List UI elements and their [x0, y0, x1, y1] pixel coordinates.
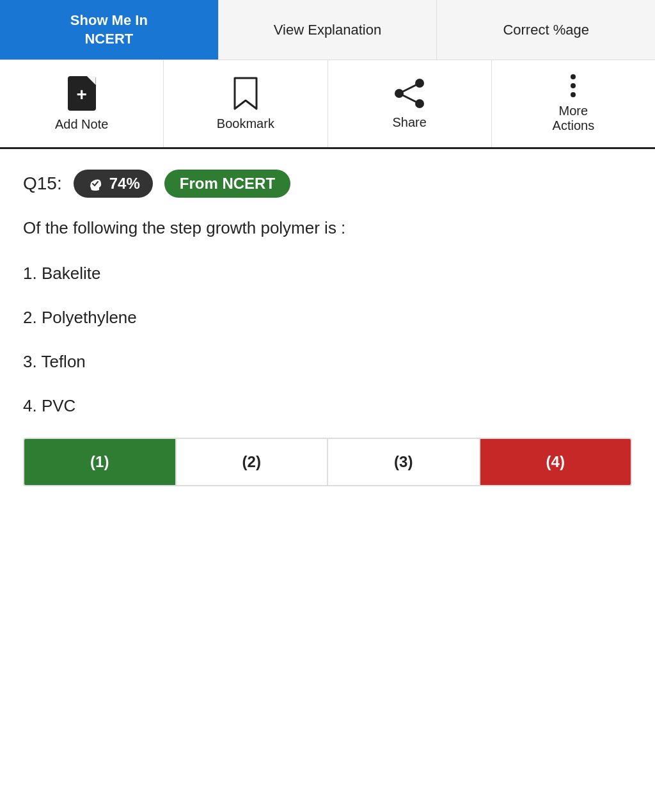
answer-btn-1[interactable]: (1) — [24, 439, 177, 485]
ncert-badge: From NCERT — [164, 170, 290, 198]
add-note-label: Add Note — [55, 117, 108, 132]
share-button[interactable]: Share — [328, 60, 492, 147]
option-1[interactable]: 1. Bakelite — [23, 261, 632, 286]
svg-marker-0 — [235, 78, 256, 109]
action-row: + Add Note Bookmark Share — [0, 60, 655, 149]
question-area: Q15: 74% From NCERT Of the following the… — [0, 149, 655, 507]
question-number: Q15: — [23, 173, 62, 194]
answer-row: (1) (2) (3) (4) — [23, 438, 632, 486]
view-explanation-button[interactable]: View Explanation — [219, 0, 438, 60]
percent-badge: 74% — [74, 170, 153, 198]
share-icon — [393, 78, 426, 109]
percent-value: 74% — [109, 175, 140, 193]
question-header: Q15: 74% From NCERT — [23, 170, 632, 198]
top-bar: Show Me In NCERT View Explanation Correc… — [0, 0, 655, 60]
answer-btn-4[interactable]: (4) — [480, 439, 631, 485]
show-ncert-button[interactable]: Show Me In NCERT — [0, 0, 219, 60]
option-3[interactable]: 3. Teflon — [23, 349, 632, 374]
question-text: Of the following the step growth polymer… — [23, 216, 632, 241]
bookmark-button[interactable]: Bookmark — [164, 60, 328, 147]
more-actions-label: More Actions — [553, 104, 595, 133]
more-actions-icon — [571, 74, 576, 97]
svg-rect-6 — [93, 187, 98, 190]
svg-line-5 — [399, 93, 420, 104]
svg-line-4 — [399, 83, 420, 93]
share-label: Share — [392, 115, 426, 130]
bookmark-icon — [233, 77, 258, 110]
option-4[interactable]: 4. PVC — [23, 394, 632, 418]
add-note-button[interactable]: + Add Note — [0, 60, 164, 147]
correct-age-button[interactable]: Correct %age — [437, 0, 655, 60]
bookmark-label: Bookmark — [217, 116, 274, 131]
answer-btn-3[interactable]: (3) — [328, 439, 480, 485]
answer-btn-2[interactable]: (2) — [177, 439, 329, 485]
more-actions-button[interactable]: More Actions — [492, 60, 655, 147]
option-2[interactable]: 2. Polyethylene — [23, 305, 632, 330]
add-note-icon: + — [68, 76, 96, 111]
